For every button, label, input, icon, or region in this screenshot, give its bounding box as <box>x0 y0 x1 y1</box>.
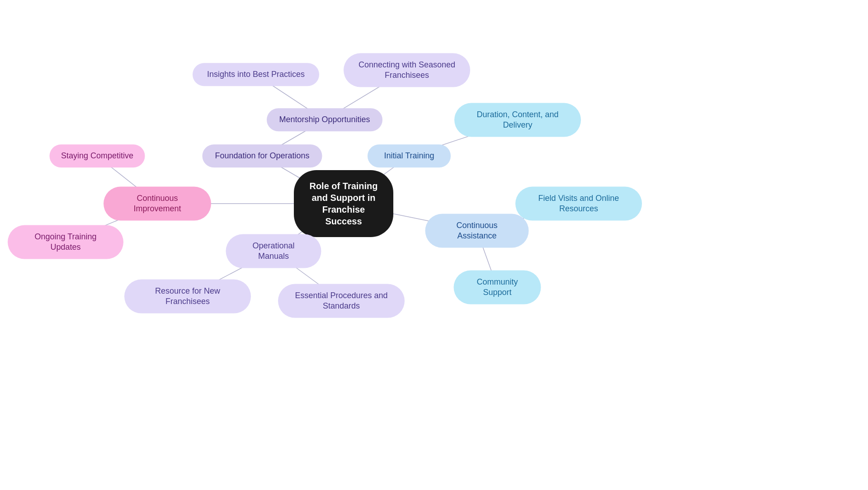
node-initial[interactable]: Initial Training <box>368 144 451 167</box>
node-mentorship[interactable]: Mentorship Opportunities <box>267 108 382 131</box>
node-label-ongoing: Ongoing Training Updates <box>19 232 113 253</box>
node-label-operational: Operational Manuals <box>237 241 311 262</box>
node-staying[interactable]: Staying Competitive <box>50 144 145 167</box>
node-label-resource: Resource for New Franchisees <box>135 286 240 307</box>
node-label-staying: Staying Competitive <box>61 151 133 161</box>
node-community[interactable]: Community Support <box>454 271 541 304</box>
mind-map: Role of Training and Support in Franchis… <box>0 0 868 490</box>
node-label-duration: Duration, Content, and Delivery <box>465 109 570 131</box>
node-connecting[interactable]: Connecting with Seasoned Franchisees <box>344 53 470 87</box>
node-center[interactable]: Role of Training and Support in Franchis… <box>294 170 393 237</box>
node-insights[interactable]: Insights into Best Practices <box>193 63 319 86</box>
node-label-foundation: Foundation for Operations <box>215 151 309 161</box>
node-resource[interactable]: Resource for New Franchisees <box>124 280 251 314</box>
node-label-insights: Insights into Best Practices <box>207 69 305 80</box>
node-label-continuous: Continuous Assistance <box>436 220 518 242</box>
node-foundation[interactable]: Foundation for Operations <box>203 144 322 167</box>
node-label-field: Field Visits and Online Resources <box>526 193 631 214</box>
node-continuous[interactable]: Continuous Assistance <box>425 214 529 248</box>
node-label-center: Role of Training and Support in Franchis… <box>307 180 381 227</box>
node-ongoing[interactable]: Ongoing Training Updates <box>8 225 123 259</box>
node-duration[interactable]: Duration, Content, and Delivery <box>454 103 581 137</box>
node-essential[interactable]: Essential Procedures and Standards <box>278 284 405 318</box>
node-operational[interactable]: Operational Manuals <box>226 234 321 268</box>
node-label-mentorship: Mentorship Opportunities <box>279 114 370 125</box>
node-label-connecting: Connecting with Seasoned Franchisees <box>354 60 459 81</box>
node-continuous_improvement[interactable]: Continuous Improvement <box>104 187 211 221</box>
node-field[interactable]: Field Visits and Online Resources <box>515 187 642 221</box>
node-label-initial: Initial Training <box>384 151 434 161</box>
node-label-essential: Essential Procedures and Standards <box>289 290 394 312</box>
node-label-community: Community Support <box>465 277 530 298</box>
node-label-continuous_improvement: Continuous Improvement <box>114 193 200 214</box>
